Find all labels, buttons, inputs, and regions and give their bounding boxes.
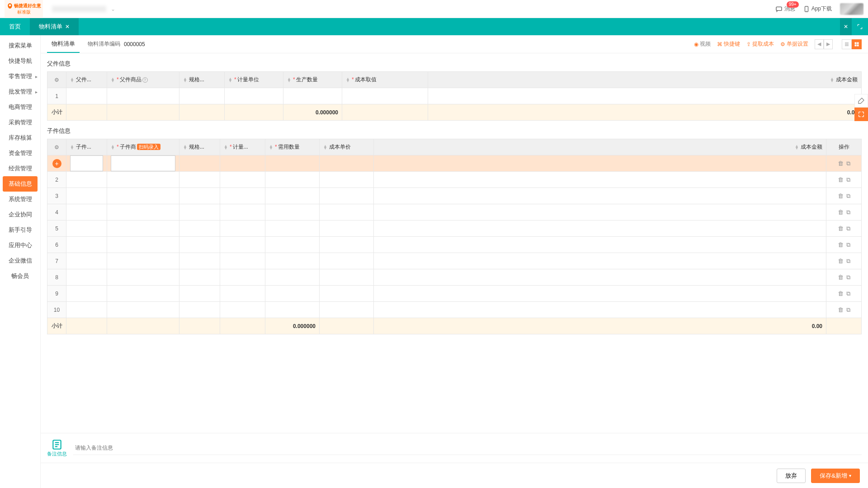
copy-row-icon[interactable]: ⧉ (846, 176, 850, 183)
sidebar-item[interactable]: 基础信息 (3, 176, 38, 192)
footer: 放弃 保存&新增▾ (41, 463, 868, 488)
svg-rect-3 (855, 42, 857, 44)
scan-input-badge[interactable]: 扫码录入 (137, 144, 160, 150)
col-child-product[interactable]: ▲▼*子件商扫码录入 (107, 139, 179, 155)
copy-row-icon[interactable]: ⧉ (846, 241, 850, 248)
parent-row[interactable]: 1 (47, 88, 862, 104)
gear-icon[interactable]: ⚙ (47, 72, 66, 88)
sidebar-item[interactable]: 经营管理 (0, 161, 40, 176)
sidebar-item[interactable]: 资金管理 (0, 145, 40, 161)
link-extract-cost[interactable]: ⇪提取成本 (746, 40, 774, 48)
col-child-amount[interactable]: ▲▼成本金额 (374, 139, 826, 155)
delete-row-icon[interactable]: 🗑 (838, 241, 844, 248)
col-child-unit[interactable]: ▲▼*计量... (220, 139, 265, 155)
sidebar-item[interactable]: 采购管理 (0, 115, 40, 130)
gear-icon[interactable]: ⚙ (47, 139, 66, 155)
delete-row-icon[interactable]: 🗑 (838, 160, 844, 167)
tabbar-close-button[interactable]: ✕ (840, 18, 852, 35)
col-parent-spec[interactable]: ▲▼规格... (179, 72, 225, 88)
view-list-button[interactable] (842, 39, 852, 49)
col-parent-code[interactable]: ▲▼父件... (66, 72, 107, 88)
messages-button[interactable]: 消息 99+ (775, 5, 795, 13)
delete-row-icon[interactable]: 🗑 (838, 176, 844, 183)
child-row[interactable]: 5🗑⧉ (47, 221, 862, 237)
child-product-input[interactable] (111, 155, 175, 171)
child-row[interactable]: 3🗑⧉ (47, 188, 862, 204)
link-video[interactable]: ◉视频 (694, 40, 711, 48)
col-child-spec[interactable]: ▲▼规格... (179, 139, 220, 155)
close-icon[interactable]: ✕ (65, 23, 70, 30)
sub-tab-bom[interactable]: 物料清单 (47, 35, 80, 53)
col-parent-qty[interactable]: ▲▼*生产数量 (283, 72, 342, 88)
child-row[interactable]: 7🗑⧉ (47, 253, 862, 269)
topbar: 畅捷通好生意 标准版 ⌄ 消息 99+ App下载 (0, 0, 868, 18)
avatar[interactable] (840, 3, 863, 15)
copy-row-icon[interactable]: ⧉ (846, 225, 850, 232)
child-row[interactable]: 4🗑⧉ (47, 204, 862, 221)
help-icon[interactable]: ? (142, 77, 148, 83)
sidebar-item[interactable]: 企业协同 (0, 207, 40, 222)
sidebar-item[interactable]: 快捷导航 (0, 53, 40, 69)
view-form-button[interactable] (852, 39, 862, 49)
delete-row-icon[interactable]: 🗑 (838, 225, 844, 232)
delete-row-icon[interactable]: 🗑 (838, 274, 844, 281)
copy-row-icon[interactable]: ⧉ (846, 209, 850, 216)
svg-rect-6 (857, 44, 859, 46)
copy-row-icon[interactable]: ⧉ (846, 160, 850, 167)
sidebar-item[interactable]: 应用中心 (0, 238, 40, 253)
delete-row-icon[interactable]: 🗑 (838, 192, 844, 199)
copy-row-icon[interactable]: ⧉ (846, 258, 850, 264)
sidebar-item[interactable]: 企业微信 (0, 253, 40, 268)
tab-home[interactable]: 首页 (0, 18, 30, 35)
sidebar-item[interactable]: 畅会员 (0, 268, 40, 284)
copy-row-icon[interactable]: ⧉ (846, 290, 850, 297)
sidebar-item[interactable]: 库存核算 (0, 130, 40, 145)
col-parent-unit[interactable]: ▲▼*计量单位 (225, 72, 283, 88)
sidebar-item[interactable]: 电商管理 (0, 99, 40, 115)
sidebar-item[interactable]: 零售管理▸ (0, 69, 40, 84)
child-table: ⚙ ▲▼子件... ▲▼*子件商扫码录入 ▲▼规格... ▲▼*计量... ▲▼… (47, 139, 862, 334)
copy-row-icon[interactable]: ⧉ (846, 192, 850, 199)
save-new-button[interactable]: 保存&新增▾ (811, 469, 860, 483)
prev-record-button[interactable]: ◀ (815, 39, 824, 49)
child-row[interactable]: 2🗑⧉ (47, 172, 862, 188)
delete-row-icon[interactable]: 🗑 (838, 209, 844, 216)
float-tools (854, 94, 868, 121)
child-row[interactable]: 6🗑⧉ (47, 237, 862, 253)
remark-icon: 备注信息 (47, 439, 67, 457)
sidebar-item[interactable]: 批发管理▸ (0, 84, 40, 99)
col-child-code[interactable]: ▲▼子件... (66, 139, 107, 155)
col-child-price[interactable]: ▲▼成本单价 (320, 139, 374, 155)
app-download-button[interactable]: App下载 (803, 5, 832, 13)
tab-bom[interactable]: 物料清单 ✕ (30, 18, 79, 35)
org-selector[interactable]: ⌄ (52, 6, 115, 12)
copy-row-icon[interactable]: ⧉ (846, 306, 850, 313)
link-bill-setting[interactable]: ⚙单据设置 (780, 40, 808, 48)
sidebar-item[interactable]: 新手引导 (0, 222, 40, 238)
download-icon (803, 6, 810, 12)
col-child-qty[interactable]: ▲▼*需用数量 (265, 139, 320, 155)
copy-row-icon[interactable]: ⧉ (846, 274, 850, 281)
remark-input[interactable] (73, 441, 862, 455)
delete-row-icon[interactable]: 🗑 (838, 306, 844, 313)
col-parent-cost-type[interactable]: ▲▼*成本取值 (342, 72, 428, 88)
fullscreen-icon[interactable] (854, 18, 865, 35)
add-row-button[interactable]: + (52, 159, 61, 168)
svg-point-2 (806, 10, 807, 11)
col-parent-product[interactable]: ▲▼*父件商品? (107, 72, 179, 88)
expand-tool-icon[interactable] (854, 108, 868, 121)
next-record-button[interactable]: ▶ (824, 39, 833, 49)
delete-row-icon[interactable]: 🗑 (838, 258, 844, 264)
col-parent-amount[interactable]: ▲▼成本金额 (428, 72, 862, 88)
link-shortcut[interactable]: ⌘快捷键 (717, 40, 740, 48)
sidebar-item[interactable]: 搜索菜单 (0, 38, 40, 53)
discard-button[interactable]: 放弃 (777, 469, 806, 483)
sidebar-item[interactable]: 系统管理 (0, 192, 40, 207)
edit-attach-icon[interactable] (854, 94, 868, 108)
child-row[interactable]: 8🗑⧉ (47, 269, 862, 286)
delete-row-icon[interactable]: 🗑 (838, 290, 844, 297)
child-code-input[interactable] (70, 155, 103, 171)
child-row[interactable]: +🗑⧉ (47, 155, 862, 172)
child-row[interactable]: 10🗑⧉ (47, 302, 862, 318)
child-row[interactable]: 9🗑⧉ (47, 286, 862, 302)
